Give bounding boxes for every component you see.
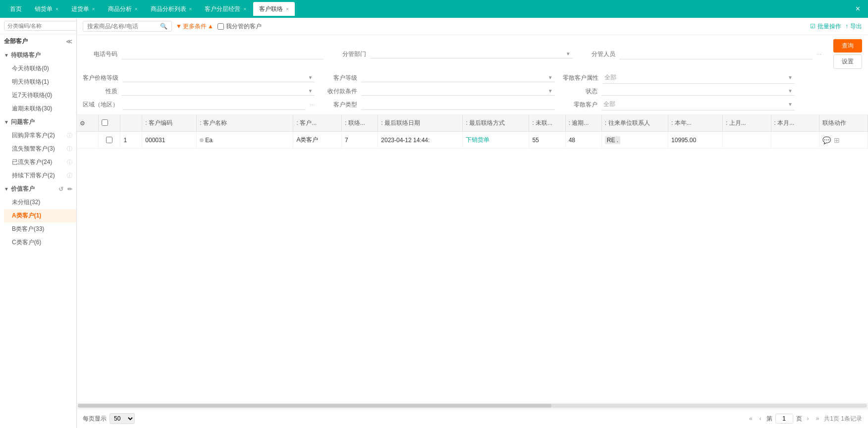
all-customers-header[interactable]: 全部客户 ≪ [0,34,76,49]
table-body: 1 000031 Ea A类客户 7 2023-04-12 14:44: 下销货… [77,132,868,149]
nav-tab-sales[interactable]: 销货单 × [29,2,64,16]
price-grade-label: 客户价格等级 [83,74,118,82]
week-contact-item[interactable]: 近7天待联络(0) [4,89,76,102]
col-name[interactable]: : 客户名称 [197,115,293,132]
tomorrow-contact-item[interactable]: 明天待联络(1) [4,75,76,89]
value-customers-header[interactable]: ▼ 价值客户 ↺ ✏ [0,182,76,196]
setting-button[interactable]: 设置 [833,54,862,69]
search-input[interactable] [87,23,158,30]
today-contact-item[interactable]: 今天待联络(0) [4,62,76,75]
col-last-date[interactable]: : 最后联络日期 [378,115,463,132]
scrollbar-thumb[interactable] [78,404,551,408]
sidebar-search-input[interactable] [4,21,77,31]
phone-filter: 电话号码 [83,49,324,59]
grid-action-icon[interactable]: ⊞ [834,136,840,144]
nav-tab-analysis[interactable]: 商品分析 × [102,2,144,16]
overdue-contact-item[interactable]: 逾期未联络(30) [4,102,76,115]
page-number-input[interactable] [775,414,793,424]
value-customers-edit[interactable]: ✏ [67,186,72,193]
price-grade-select[interactable]: ▼ [122,73,315,82]
my-customers-checkbox[interactable]: 我分管的客户 [217,22,262,31]
col-settings[interactable]: ⚙ [77,115,99,132]
col-contact[interactable]: : 联络... [342,115,378,132]
nav-tab-customer-contact[interactable]: 客户联络 × [253,2,295,16]
prev-page-btn[interactable]: ‹ [758,414,763,423]
nav-tab-purchase[interactable]: 进货单 × [65,2,101,16]
dept-select-arrow: ▼ [566,51,571,56]
nav-tab-analysis-list[interactable]: 商品分析列表 × [145,2,198,16]
window-close-button[interactable]: × [852,4,864,13]
table-row: 1 000031 Ea A类客户 7 2023-04-12 14:44: 下销货… [77,132,868,149]
retail-attr-select[interactable]: 全部 ▼ [602,72,795,84]
nature-select[interactable]: ▼ [121,87,315,96]
search-box[interactable]: 🔍 [83,21,172,32]
churn-warning-item[interactable]: 流失预警客户(3) ⓘ [4,142,76,156]
col-last-method[interactable]: : 最后联络方式 [463,115,529,132]
cell-code[interactable]: 000031 [142,132,197,149]
close-sales-tab[interactable]: × [55,6,58,12]
customer-grade-select[interactable]: ▼ [361,73,554,82]
problem-customers-header[interactable]: ▼ 问题客户 [0,115,76,129]
nav-tab-customer-segment[interactable]: 客户分层经营 × [199,2,252,16]
chat-action-icon[interactable]: 💬 [822,136,831,144]
close-analysis-tab[interactable]: × [135,6,138,12]
close-customer-segment-tab[interactable]: × [243,6,246,12]
manager-input[interactable] [619,49,813,59]
payment-label: 收付款条件 [323,87,357,96]
my-customers-check[interactable] [217,23,224,30]
declining-item[interactable]: 持续下滑客户(2) ⓘ [4,169,76,182]
select-all-checkbox[interactable] [102,119,108,126]
dept-select[interactable]: ▼ [370,50,572,58]
collapse-icon[interactable]: ≪ [66,38,72,45]
search-icon[interactable]: 🔍 [160,23,167,30]
ungroup-item[interactable]: 未分组(32) [4,196,76,209]
b-class-item[interactable]: B类客户(33) [4,222,76,236]
col-overdue[interactable]: : 逾期... [565,115,601,132]
nav-tab-home[interactable]: 首页 [4,2,28,16]
next-page-btn[interactable]: › [805,414,811,423]
region-input[interactable] [122,100,306,110]
row-checkbox[interactable] [106,137,112,143]
churned-item[interactable]: 已流失客户(24) ⓘ [4,156,76,169]
close-analysis-list-tab[interactable]: × [189,6,192,12]
payment-select[interactable]: ▼ [361,87,554,96]
manager-dots[interactable]: ··· [816,51,821,57]
col-checkbox[interactable] [99,115,120,132]
customer-type-input[interactable] [361,100,554,110]
col-grade[interactable]: : 客户... [293,115,342,132]
page-navigation: « ‹ 第 页 › » 共1页 1条记录 [747,414,862,424]
col-no-contact[interactable]: : 未联... [529,115,565,132]
col-last-month[interactable]: : 上月... [722,115,771,132]
filter-more-button[interactable]: ▼ 更多条件 ▲ [176,22,214,31]
cell-name[interactable]: Ea [197,132,293,149]
last-page-btn[interactable]: » [814,414,821,423]
first-page-btn[interactable]: « [747,414,755,423]
cell-checkbox[interactable] [99,132,120,149]
close-customer-contact-tab[interactable]: × [286,6,289,12]
page-size-select[interactable]: 20 50 100 [109,413,135,424]
col-this-month[interactable]: : 本月... [771,115,819,132]
horizontal-scrollbar[interactable] [77,403,868,409]
a-class-item[interactable]: A类客户(1) [4,209,76,222]
cell-this-month [771,132,819,149]
retail-customer-select[interactable]: 全部 ▼ [601,99,795,110]
pending-contact-header[interactable]: ▼ 待联络客户 [0,49,76,62]
cell-last-method[interactable]: 下销货单 [463,132,529,149]
export-button[interactable]: ↑ 导出 [845,22,862,31]
batch-op-button[interactable]: ☑ 批量操作 [810,22,841,31]
col-code[interactable]: : 客户编码 [142,115,197,132]
col-this-year[interactable]: : 本年... [668,115,723,132]
close-purchase-tab[interactable]: × [92,6,95,12]
manager-filter: 分管人员 ··· [581,49,821,59]
c-class-item[interactable]: C类客户(6) [4,236,76,249]
repurchase-abnormal-item[interactable]: 回购异常客户(2) ⓘ [4,129,76,142]
region-dots[interactable]: ··· [310,101,315,108]
status-select[interactable]: ▼ [601,87,795,96]
last-method-link[interactable]: 下销货单 [466,136,489,143]
value-customers-refresh[interactable]: ↺ [58,186,63,193]
query-button[interactable]: 查询 [833,39,862,53]
phone-input[interactable] [121,49,324,59]
filter-row-4: 区域（地区） ··· 客户类型 零散客户 全部 ▼ [83,99,862,110]
col-unit-contact[interactable]: : 往来单位联系人 [601,115,668,132]
gear-icon[interactable]: ⚙ [80,120,85,127]
